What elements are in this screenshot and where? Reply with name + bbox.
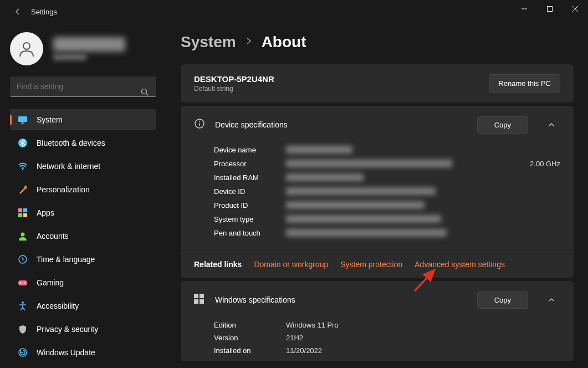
sidebar-item-apps[interactable]: Apps (10, 202, 156, 223)
user-profile[interactable] (10, 32, 156, 65)
svg-rect-13 (23, 213, 27, 217)
spec-row: Version21H2 (181, 331, 574, 344)
sidebar-item-accessibility[interactable]: Accessibility (10, 295, 156, 316)
pc-name-card: DESKTOP-5P2U4NR Default string Rename th… (181, 64, 574, 103)
svg-rect-24 (200, 294, 204, 298)
breadcrumb: System About (181, 33, 574, 51)
svg-rect-9 (24, 186, 27, 189)
apps-icon (18, 208, 28, 218)
sidebar-item-accounts[interactable]: Accounts (10, 226, 156, 247)
maximize-button[interactable] (537, 0, 563, 18)
clock-icon (18, 254, 28, 264)
windows-specs-title: Windows specifications (215, 295, 467, 304)
profile-sub-redacted (53, 54, 86, 60)
svg-rect-23 (194, 294, 198, 298)
spec-value-redacted (286, 215, 560, 224)
sidebar-item-windows-update[interactable]: Windows Update (10, 342, 156, 363)
spec-value: Windows 11 Pro (286, 321, 560, 329)
titlebar: Settings (0, 0, 588, 23)
spec-row: Processor2.00 GHz (181, 157, 574, 171)
spec-label: Processor (214, 160, 286, 169)
sidebar-item-label: System (37, 115, 63, 124)
sidebar-item-label: Personalization (37, 185, 90, 194)
sidebar-item-network-internet[interactable]: Network & internet (10, 156, 156, 177)
spec-value-redacted (286, 187, 560, 197)
copy-windows-specs-button[interactable]: Copy (477, 292, 528, 309)
pc-subtitle: Default string (194, 85, 274, 93)
accessibility-icon (18, 301, 28, 311)
sidebar-item-system[interactable]: System (10, 109, 156, 130)
collapse-device-specs[interactable] (543, 116, 560, 134)
content-area: System About DESKTOP-5P2U4NR Default str… (166, 23, 588, 368)
svg-rect-1 (548, 7, 553, 12)
back-button[interactable] (12, 6, 23, 17)
paintbrush-icon (18, 185, 28, 195)
svg-rect-6 (21, 122, 24, 124)
sidebar-item-label: Network & internet (37, 162, 100, 171)
spec-label: Product ID (214, 201, 286, 211)
breadcrumb-current: About (262, 33, 306, 51)
spec-row: Product ID (181, 199, 574, 213)
info-icon (194, 118, 205, 131)
spec-label: System type (214, 215, 286, 224)
rename-pc-button[interactable]: Rename this PC (489, 74, 560, 93)
svg-rect-26 (200, 299, 204, 304)
svg-point-14 (21, 233, 25, 237)
spec-label: Installed on (214, 346, 286, 355)
link-advanced-system-settings[interactable]: Advanced system settings (415, 260, 505, 269)
spec-label: Edition (214, 321, 286, 329)
person-icon (18, 231, 28, 241)
svg-point-2 (23, 43, 30, 49)
breadcrumb-parent[interactable]: System (181, 33, 236, 51)
related-links-row: Related links Domain or workgroup System… (181, 251, 574, 278)
sidebar-item-label: Accessibility (37, 301, 79, 310)
sidebar-item-bluetooth-devices[interactable]: Bluetooth & devices (10, 132, 156, 154)
svg-rect-10 (18, 208, 22, 212)
sidebar-item-label: Privacy & security (37, 325, 98, 334)
svg-point-18 (22, 301, 24, 304)
sidebar-item-gaming[interactable]: Gaming (10, 272, 156, 293)
spec-value: 21H2 (286, 334, 560, 342)
sidebar-item-privacy-security[interactable]: Privacy & security (10, 319, 156, 340)
svg-rect-16 (18, 280, 27, 285)
display-icon (18, 115, 28, 125)
search-input[interactable] (10, 76, 156, 97)
spec-row: Pen and touch (181, 227, 574, 241)
windows-icon (194, 294, 205, 306)
chevron-right-icon (245, 37, 253, 47)
update-icon (18, 347, 28, 357)
sidebar-item-label: Bluetooth & devices (37, 139, 105, 147)
spec-extra: 2.00 GHz (530, 160, 560, 169)
collapse-windows-specs[interactable] (543, 291, 560, 309)
sidebar-item-label: Gaming (37, 278, 64, 287)
windows-specs-card: Windows specifications Copy EditionWindo… (181, 281, 574, 361)
spec-value-redacted (286, 229, 560, 238)
spec-value-redacted (286, 160, 530, 169)
spec-label: Pen and touch (214, 229, 286, 238)
spec-label: Device ID (214, 187, 286, 197)
svg-point-8 (22, 169, 23, 170)
spec-label: Device name (214, 146, 286, 155)
svg-rect-25 (194, 299, 198, 304)
link-domain-or-workgroup[interactable]: Domain or workgroup (254, 260, 328, 269)
gamepad-icon (18, 278, 28, 288)
link-system-protection[interactable]: System protection (340, 260, 402, 269)
minimize-button[interactable] (512, 0, 537, 18)
svg-point-17 (24, 283, 25, 284)
close-button[interactable] (563, 0, 588, 18)
sidebar-item-time-language[interactable]: Time & language (10, 249, 156, 270)
device-specs-title: Device specifications (215, 120, 467, 129)
spec-value-redacted (286, 201, 560, 211)
spec-row: EditionWindows 11 Pro (181, 319, 574, 331)
spec-row: Device ID (181, 185, 574, 199)
spec-label: Installed RAM (214, 173, 286, 183)
pc-name: DESKTOP-5P2U4NR (194, 74, 274, 84)
spec-row: Installed on11/20/2022 (181, 344, 574, 357)
svg-point-21 (199, 121, 200, 122)
bluetooth-icon (18, 138, 28, 148)
copy-device-specs-button[interactable]: Copy (477, 116, 528, 134)
sidebar-item-personalization[interactable]: Personalization (10, 179, 156, 200)
spec-value: 11/20/2022 (286, 346, 560, 355)
svg-rect-11 (23, 208, 27, 212)
wifi-icon (18, 161, 28, 171)
